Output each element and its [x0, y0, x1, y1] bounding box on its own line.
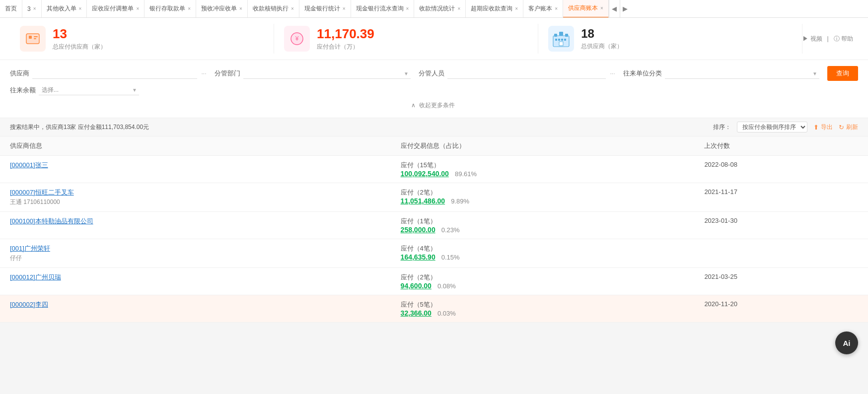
balance-select[interactable]: 选择...: [39, 85, 139, 95]
close-icon[interactable]: ×: [188, 6, 191, 11]
supplier-link[interactable]: [000007]恒旺二手叉车: [10, 189, 74, 196]
supplier-link[interactable]: [000100]本特勒油品有限公司: [10, 217, 93, 225]
svg-rect-11: [558, 39, 560, 41]
table-row: [000002]李四应付（5笔）32,366.000.03%2020-11-20: [0, 295, 868, 323]
dept-select-wrap: ▼: [243, 68, 411, 79]
tx-amount[interactable]: 32,366.00: [401, 309, 432, 317]
nav-tab-supplier-account[interactable]: 供应商账本 ×: [563, 0, 609, 18]
supplier-filter: 供应商 ···: [10, 68, 207, 79]
last-payment-date: 2022-08-08: [704, 161, 737, 168]
nav-tab-cash-bank-stats[interactable]: 现金银行统计 ×: [299, 0, 351, 18]
export-icon: ⬆: [813, 124, 819, 131]
nav-tab-collection-stats[interactable]: 收款情况统计 ×: [414, 0, 466, 18]
tx-amount[interactable]: 100,092,540.00: [401, 170, 449, 178]
col-header-tx: 应付交易信息（占比）: [391, 136, 695, 156]
nav-tab-overdue[interactable]: 超期应收款查询 ×: [466, 0, 523, 18]
help-link[interactable]: ⓘ 帮助: [834, 35, 853, 43]
last-date-cell: 2023-01-30: [694, 212, 868, 239]
close-icon[interactable]: ×: [79, 6, 82, 11]
nav-tab-customer-account[interactable]: 客户账本 ×: [523, 0, 563, 18]
total-suppliers-icon: [548, 26, 574, 52]
close-icon[interactable]: ×: [555, 6, 558, 11]
close-icon[interactable]: ×: [406, 6, 409, 11]
last-date-cell: 2021-03-25: [694, 268, 868, 295]
summary-card-payable-suppliers: 13 总应付供应商（家）: [10, 24, 274, 54]
nav-tab-cash-flow[interactable]: 现金银行流水查询 ×: [351, 0, 415, 18]
refresh-icon: ↻: [839, 124, 844, 131]
tx-label: 应付（2笔）: [401, 273, 685, 282]
person-dots-btn[interactable]: ···: [610, 70, 615, 77]
supplier-link[interactable]: [000001]张三: [10, 161, 48, 169]
nav-tab-bank-deposit[interactable]: 银行存取款单 ×: [145, 0, 196, 18]
supplier-info-cell: [001]广州荣轩仔仔: [0, 239, 391, 268]
close-icon[interactable]: ×: [515, 6, 518, 11]
table-row: [000100]本特勒油品有限公司应付（1笔）258,000.000.23%20…: [0, 212, 868, 239]
tx-amount[interactable]: 164,635.90: [401, 253, 435, 261]
nav-tab-other-income[interactable]: 其他收入单 ×: [42, 0, 87, 18]
last-date-cell: 2020-11-20: [694, 295, 868, 323]
table-row: [001]广州荣轩仔仔应付（4笔）164,635.900.15%: [0, 239, 868, 268]
nav-prev-arrow[interactable]: ◀: [609, 0, 620, 18]
payable-total-label: 应付合计（万）: [317, 43, 374, 51]
query-button[interactable]: 查询: [827, 66, 858, 81]
nav-tab-cash-bank-stats-label: 现金银行统计: [304, 4, 340, 13]
tx-label: 应付（5笔）: [401, 300, 685, 309]
dept-filter: 分管部门 ▼: [215, 68, 411, 79]
balance-filter: 往来余额 选择... ▼: [10, 85, 139, 95]
supplier-link[interactable]: [000012]广州贝瑞: [10, 273, 61, 281]
last-payment-date: 2020-11-20: [704, 300, 737, 308]
close-icon[interactable]: ×: [239, 6, 242, 11]
nav-tab-collection[interactable]: 收款核销执行 ×: [248, 0, 299, 18]
export-btn[interactable]: ⬆ 导出: [813, 123, 833, 131]
supplier-link[interactable]: [000002]李四: [10, 301, 48, 308]
supplier-dots-btn[interactable]: ···: [201, 70, 206, 77]
close-icon[interactable]: ×: [600, 5, 603, 11]
nav-tab-prepay[interactable]: 预收冲应收单 ×: [196, 0, 248, 18]
close-icon[interactable]: ×: [457, 6, 460, 11]
export-label: 导出: [821, 123, 833, 131]
col-header-supplier: 供应商信息: [0, 136, 391, 156]
nav-tab-home[interactable]: 首页: [0, 0, 22, 18]
sort-label: 排序：: [713, 123, 731, 131]
filter-bar: 供应商 ··· 分管部门 ▼ 分管人员 ··· 往来单位分类: [0, 60, 868, 118]
nav-tab-collection-label: 收款核销执行: [253, 4, 289, 13]
close-icon[interactable]: ×: [343, 6, 346, 11]
top-right-links: ▶ 视频 | ⓘ 帮助: [802, 35, 858, 43]
video-link[interactable]: ▶ 视频: [802, 35, 822, 43]
category-filter: 往来单位分类 ▼: [623, 68, 820, 79]
category-filter-label: 往来单位分类: [623, 69, 662, 78]
payable-total-num: 11,170.39: [317, 26, 374, 42]
table-header-row: 供应商信息 应付交易信息（占比） 上次付数: [0, 136, 868, 156]
collapse-bar[interactable]: ∧ 收起更多条件: [10, 99, 858, 114]
close-icon[interactable]: ×: [136, 6, 139, 11]
results-info: 搜索结果中，供应商13家 应付金额111,703,854.00元: [10, 123, 149, 131]
supplier-filter-label: 供应商: [10, 69, 29, 78]
supplier-info-cell: [000002]李四: [0, 295, 391, 323]
supplier-info-cell: [000007]恒旺二手叉车王通 17106110000: [0, 183, 391, 212]
table-row: [000012]广州贝瑞应付（2笔）94,600.000.08%2021-03-…: [0, 268, 868, 295]
close-icon[interactable]: ×: [291, 6, 294, 11]
last-payment-date: 2021-11-17: [704, 188, 737, 196]
tx-amount[interactable]: 258,000.00: [401, 226, 435, 234]
nav-next-arrow[interactable]: ▶: [620, 0, 631, 18]
supplier-link[interactable]: [001]广州荣轩: [10, 245, 50, 252]
category-select[interactable]: [665, 68, 820, 79]
tx-amount[interactable]: 94,600.00: [401, 282, 432, 290]
dept-select[interactable]: [243, 68, 411, 79]
supplier-input[interactable]: [32, 68, 197, 79]
payable-total-icon: ¥: [284, 26, 310, 52]
tx-amount[interactable]: 11,051,486.00: [401, 197, 445, 205]
person-filter-label: 分管人员: [419, 69, 444, 78]
person-input[interactable]: [447, 68, 606, 79]
tx-percentage: 89.61%: [455, 170, 477, 178]
top-navigation: 首页 3 × 其他收入单 × 应收应付调整单 × 银行存取款单 × 预收冲应收单…: [0, 0, 868, 18]
nav-tab-adjustment[interactable]: 应收应付调整单 ×: [87, 0, 145, 18]
refresh-btn[interactable]: ↻ 刷新: [839, 123, 858, 131]
nav-tab-customer-account-label: 客户账本: [528, 4, 552, 13]
sort-select[interactable]: 按应付余额倒序排序: [737, 122, 807, 132]
tx-label: 应付（4笔）: [401, 244, 685, 253]
last-payment-date: 2021-03-25: [704, 273, 737, 280]
nav-tab-overdue-label: 超期应收款查询: [471, 4, 512, 13]
close-icon[interactable]: ×: [33, 6, 36, 11]
nav-tab-3[interactable]: 3 ×: [22, 0, 42, 18]
